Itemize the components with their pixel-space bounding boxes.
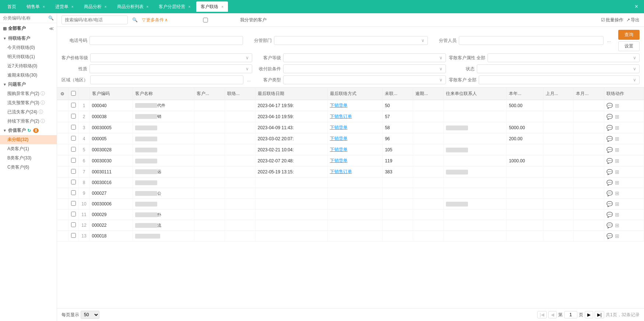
region-dots[interactable]: ... <box>247 77 251 82</box>
row-checkbox[interactable] <box>71 136 76 141</box>
chat-icon[interactable]: 💬 <box>606 222 613 228</box>
query-button[interactable]: 查询 <box>618 30 640 40</box>
grid-action-icon[interactable]: ⊞ <box>615 190 619 196</box>
row-checkbox[interactable] <box>71 190 76 195</box>
sidebar-item-churned[interactable]: 已流失客户(24) ⓘ <box>0 107 57 117</box>
sidebar-group-pending[interactable]: ▼ 待联络客户 <box>0 34 57 43</box>
chat-icon[interactable]: 💬 <box>606 147 613 153</box>
retail-attr-select[interactable]: ∨ <box>488 53 640 62</box>
search-input[interactable] <box>61 15 128 24</box>
chat-icon[interactable]: 💬 <box>606 212 613 218</box>
sidebar-item-ungrouped[interactable]: 未分组(32) <box>0 135 57 144</box>
tab-customer-contact[interactable]: 客户联络 × <box>196 1 228 12</box>
not-contact-col-header[interactable]: 未联... <box>383 88 413 100</box>
grid-action-icon[interactable]: ⊞ <box>615 125 619 131</box>
row-checkbox[interactable] <box>71 212 76 216</box>
unit-contact-col-header[interactable]: 往来单位联系人 <box>444 88 507 100</box>
sidebar-item-7days[interactable]: 近7天待联络(0) <box>0 61 57 71</box>
page-input[interactable] <box>564 311 577 318</box>
chat-icon[interactable]: 💬 <box>606 190 613 196</box>
grid-action-icon[interactable]: ⊞ <box>615 158 619 164</box>
my-customers-checkbox[interactable] <box>172 18 239 22</box>
row-checkbox-cell[interactable] <box>68 155 78 166</box>
chat-icon[interactable]: 💬 <box>606 201 613 207</box>
payment-select[interactable]: ∨ <box>283 64 446 73</box>
settings-col-header[interactable]: ⚙ <box>57 88 68 100</box>
row-checkbox[interactable] <box>71 125 76 130</box>
sidebar-item-abnormal[interactable]: 囤购异常客户(2) ⓘ <box>0 89 57 98</box>
refresh-icon[interactable]: ↻ <box>27 128 31 133</box>
chat-icon[interactable]: 💬 <box>606 136 613 142</box>
first-page-btn[interactable]: |◀ <box>537 311 547 318</box>
tab-sales-close[interactable]: × <box>43 5 45 9</box>
tab-product-analysis[interactable]: 商品分析 × <box>80 1 111 12</box>
sidebar-item-classB[interactable]: B类客户(33) <box>0 154 57 163</box>
row-checkbox[interactable] <box>71 169 76 174</box>
batch-operation-btn[interactable]: ☑ 批量操作 <box>601 17 623 23</box>
all-customers-header[interactable]: ⊞ 全部客户 ≪ <box>0 23 57 34</box>
checkbox-col-header[interactable] <box>68 88 78 100</box>
prev-page-btn[interactable]: ◀ <box>548 311 557 318</box>
grid-action-icon[interactable]: ⊞ <box>615 212 619 218</box>
row-checkbox-cell[interactable] <box>68 177 78 188</box>
chat-icon[interactable]: 💬 <box>606 158 613 164</box>
sidebar-item-tomorrow[interactable]: 明天待联络(1) <box>0 52 57 61</box>
filter-search-icon[interactable]: 🔍 <box>132 17 138 22</box>
row-checkbox-cell[interactable] <box>68 122 78 133</box>
customer-type-select[interactable]: ∨ <box>283 75 446 84</box>
tab-product-list-close[interactable]: × <box>147 5 149 9</box>
last-contact-method-link[interactable]: 下销售订单 <box>330 114 352 119</box>
chat-icon[interactable]: 💬 <box>606 125 613 131</box>
reset-button[interactable]: 设置 <box>618 41 640 51</box>
export-btn[interactable]: ↗ 导出 <box>626 17 640 23</box>
row-checkbox-cell[interactable] <box>68 166 78 177</box>
dept-select[interactable]: ∨ <box>274 36 427 45</box>
grid-action-icon[interactable]: ⊞ <box>615 114 619 120</box>
row-checkbox-cell[interactable] <box>68 220 78 231</box>
grid-action-icon[interactable]: ⊞ <box>615 169 619 175</box>
row-checkbox[interactable] <box>71 103 76 107</box>
my-customers-checkbox-label[interactable]: 我分管的客户 <box>172 17 267 23</box>
overdue-col-header[interactable]: 逾期... <box>413 88 444 100</box>
chat-icon[interactable]: 💬 <box>606 114 613 120</box>
status-select[interactable]: ∨ <box>477 64 640 73</box>
row-checkbox-cell[interactable] <box>68 188 78 199</box>
customer-level-select[interactable]: ∨ <box>283 53 446 62</box>
next-page-btn[interactable]: ▶ <box>585 311 593 318</box>
price-level-select[interactable]: ∨ <box>90 53 252 62</box>
chat-icon[interactable]: 💬 <box>606 233 613 239</box>
sidebar-item-today[interactable]: 今天待联络(0) <box>0 43 57 52</box>
chat-icon[interactable]: 💬 <box>606 180 613 186</box>
sidebar-search-input[interactable] <box>3 15 47 21</box>
this-month-col-header[interactable]: 本月... <box>574 88 604 100</box>
last-contact-method-col-header[interactable]: 最后联络方式 <box>327 88 383 100</box>
last-contact-method-link[interactable]: 下销货单 <box>330 125 348 130</box>
last-contact-method-link[interactable]: 下销货单 <box>330 103 348 108</box>
tab-product-list[interactable]: 商品分析列表 × <box>113 1 153 12</box>
chat-icon[interactable]: 💬 <box>606 169 613 175</box>
more-conditions-btn[interactable]: ▽ 更多条件 ∧ <box>142 17 168 23</box>
row-checkbox[interactable] <box>71 201 76 206</box>
row-checkbox[interactable] <box>71 233 76 238</box>
collapse-icon[interactable]: ≪ <box>49 26 54 31</box>
row-checkbox-cell[interactable] <box>68 111 78 122</box>
manager-input[interactable] <box>459 36 603 45</box>
window-close-button[interactable]: × <box>632 3 641 10</box>
last-contact-method-link[interactable]: 下销货单 <box>330 158 348 163</box>
manager-dots[interactable]: ... <box>607 38 611 43</box>
row-checkbox-cell[interactable] <box>68 133 78 144</box>
grid-action-icon[interactable]: ⊞ <box>615 222 619 228</box>
type-col-header[interactable]: 客户... <box>194 88 225 100</box>
last-contact-method-link[interactable]: 下销售订单 <box>330 169 352 174</box>
last-contact-method-link[interactable]: 下销货单 <box>330 147 348 152</box>
tab-home[interactable]: 首页 <box>3 1 21 12</box>
row-checkbox[interactable] <box>71 158 76 163</box>
tab-customer-segment-close[interactable]: × <box>188 5 190 9</box>
grid-action-icon[interactable]: ⊞ <box>615 233 619 239</box>
grid-action-icon[interactable]: ⊞ <box>615 136 619 142</box>
row-checkbox-cell[interactable] <box>68 231 78 241</box>
sidebar-item-overdue[interactable]: 逾期未联络(30) <box>0 71 57 80</box>
contact-col-header[interactable]: 联络... <box>225 88 255 100</box>
sidebar-item-churn-warn[interactable]: 流失预警客户(3) ⓘ <box>0 98 57 107</box>
region-input[interactable] <box>90 75 243 84</box>
